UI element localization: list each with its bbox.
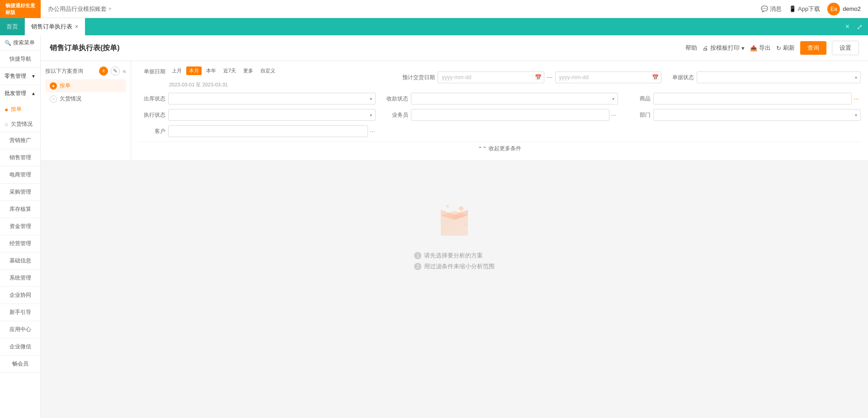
top-bar-right: 💬 消息 📱 App下载 Ea demo2 (761, 3, 861, 15)
tab-expand-icon[interactable]: ⤢ (855, 21, 864, 33)
user-name: demo2 (843, 5, 861, 12)
order-status-label: 单据状态 (667, 74, 694, 81)
breadcrumb[interactable]: 办公用品行业模拟账套 ▾ (44, 5, 112, 13)
sidebar-item-retail[interactable]: 零售管理 ▼ (0, 68, 40, 85)
sidebar-item-enterprisewx[interactable]: 企业微信 (0, 338, 40, 355)
salesperson-input[interactable] (411, 109, 609, 121)
print-dropdown-icon: ▾ (741, 45, 745, 52)
sidebar-sub-arrears[interactable]: ○ 欠货情况 (0, 117, 40, 132)
customer-label: 客户 (138, 128, 165, 135)
sidebar-system-section: 系统管理 (0, 270, 40, 287)
exec-status-select[interactable] (168, 109, 376, 121)
customer-input[interactable] (168, 125, 368, 137)
calendar-start-icon: 📅 (535, 74, 542, 81)
filter-panel: 按以下方案查询 + ✎ « ● 按单 ○ (41, 61, 868, 161)
message-button[interactable]: 💬 消息 (761, 5, 782, 13)
sidebar-item-inventory[interactable]: 库存核算 (0, 201, 40, 218)
date-tab-last-month[interactable]: 上月 (169, 66, 184, 75)
goods-input[interactable] (653, 93, 852, 104)
date-tab-custom[interactable]: 自定义 (258, 66, 278, 75)
sidebar-sub-follow-single[interactable]: ● 按单 (0, 102, 40, 117)
date-tab-more[interactable]: 更多 (241, 66, 256, 75)
scheme-item-arrears[interactable]: ○ 欠货情况 (45, 92, 126, 105)
salesperson-more-icon[interactable]: ··· (609, 111, 618, 119)
filter-item-goods: 商品 ··· (623, 93, 861, 104)
filter-row-2: 出库状态 ▾ 收款状态 ▾ (138, 93, 861, 104)
export-button[interactable]: 📤 导出 (750, 44, 771, 52)
main-layout: 🔍 搜索菜单 快捷导航 零售管理 ▼ 批发管理 ▲ ● 按单 (0, 35, 868, 418)
date-tab-7days[interactable]: 近7天 (221, 66, 239, 75)
exec-status-control: ▾ (168, 109, 376, 121)
edit-scheme-button[interactable]: ✎ (111, 66, 120, 76)
department-label: 部门 (623, 111, 651, 119)
sidebar-item-purchase[interactable]: 采购管理 (0, 184, 40, 200)
sidebar-basic-section: 基础信息 (0, 252, 40, 270)
collapse-scheme-button[interactable]: « (123, 67, 126, 75)
filter-item-exec-status: 执行状态 ▾ (138, 109, 376, 121)
sidebar-wholesale-section: 批发管理 ▲ ● 按单 ○ 欠货情况 (0, 85, 40, 132)
tab-bar-actions: × ⤢ (844, 18, 868, 35)
delivery-date-label: 预计交货日期 (402, 74, 435, 81)
sidebar-search-section: 🔍 搜索菜单 (0, 35, 40, 51)
tab-sales-order[interactable]: 销售订单执行表 × (25, 18, 85, 35)
user-area[interactable]: Ea demo2 (827, 3, 861, 15)
arrears-icon: ○ (5, 121, 8, 128)
sidebar-item-wholesale[interactable]: 批发管理 ▲ (0, 85, 40, 102)
sidebar-item-appcenter[interactable]: 应用中心 (0, 321, 40, 338)
sidebar-item-ecommerce[interactable]: 电商管理 (0, 166, 40, 183)
tab-sales-order-label: 销售订单执行表 (31, 23, 72, 31)
order-status-control: ▾ (697, 71, 861, 83)
empty-state: 1 请先选择要分析的方案 2 用过滤条件来缩小分析范围 (41, 161, 868, 309)
filter-item-customer: 客户 ··· (138, 125, 377, 137)
retail-chevron-icon: ▼ (31, 74, 36, 79)
sidebar-appcenter-section: 应用中心 (0, 321, 40, 338)
delivery-status-label: 出库状态 (138, 95, 165, 103)
refresh-button[interactable]: ↻ 刷新 (776, 44, 795, 52)
app-download-button[interactable]: 📱 App下载 (789, 5, 820, 13)
department-select[interactable] (653, 109, 861, 121)
help-button[interactable]: 帮助 (685, 44, 697, 52)
sidebar-item-member[interactable]: 畅会员 (0, 356, 40, 372)
sidebar-search-menu[interactable]: 🔍 搜索菜单 (0, 35, 40, 50)
print-button[interactable]: 🖨 按模板打印 ▾ (703, 44, 745, 52)
sidebar-item-marketing[interactable]: 营销推广 (0, 132, 40, 149)
sidebar: 🔍 搜索菜单 快捷导航 零售管理 ▼ 批发管理 ▲ ● 按单 (0, 35, 41, 418)
exec-status-label: 执行状态 (138, 111, 165, 119)
payment-status-select[interactable] (411, 93, 618, 104)
sidebar-marketing-section: 营销推广 (0, 132, 40, 149)
filter-item-payment-status: 收款状态 ▾ (381, 93, 618, 104)
sidebar-item-finance[interactable]: 资金管理 (0, 218, 40, 235)
tab-home[interactable]: 首页 (0, 18, 25, 35)
delivery-date-start-input[interactable] (438, 71, 544, 83)
date-tab-this-month[interactable]: 本月 (186, 66, 202, 75)
delivery-date-end-control: 📅 (555, 71, 661, 83)
tab-close-window-icon[interactable]: × (844, 21, 851, 33)
breadcrumb-text: 办公用品行业模拟账套 (48, 5, 107, 13)
add-scheme-button[interactable]: + (99, 66, 108, 76)
sidebar-item-system[interactable]: 系统管理 (0, 270, 40, 286)
empty-hint-2: 2 用过滤条件来缩小分析范围 (414, 262, 495, 271)
date-label: 单据日期 (138, 68, 165, 76)
sidebar-item-basic[interactable]: 基础信息 (0, 252, 40, 269)
customer-control: ··· (168, 125, 377, 137)
delivery-status-select[interactable] (168, 93, 376, 104)
sidebar-item-enterprise[interactable]: 企业协同 (0, 287, 40, 304)
wholesale-chevron-icon: ▲ (31, 91, 36, 96)
order-status-select[interactable] (697, 71, 861, 83)
tab-home-label: 首页 (6, 23, 18, 31)
scheme-item-follow[interactable]: ● 按单 (45, 79, 126, 92)
query-button[interactable]: 查询 (800, 41, 826, 55)
sidebar-finance-section: 资金管理 (0, 218, 40, 235)
logo-area[interactable]: 畅捷通好生意 标版 (0, 0, 41, 18)
collapse-filter-button[interactable]: ⌃⌃ 收起更多条件 (478, 145, 521, 152)
delivery-date-end-input[interactable] (555, 71, 661, 83)
sidebar-item-guide[interactable]: 新手引导 (0, 304, 40, 321)
settings-button[interactable]: 设置 (832, 41, 859, 55)
date-tab-this-year[interactable]: 本年 (203, 66, 219, 75)
sidebar-item-sales[interactable]: 销售管理 (0, 149, 40, 166)
sidebar-item-ops[interactable]: 经营管理 (0, 235, 40, 252)
tab-close-icon[interactable]: × (75, 24, 78, 30)
customer-more-icon[interactable]: ··· (368, 128, 377, 135)
sidebar-item-quick-nav[interactable]: 快捷导航 (0, 51, 40, 67)
goods-more-icon[interactable]: ··· (852, 95, 861, 102)
